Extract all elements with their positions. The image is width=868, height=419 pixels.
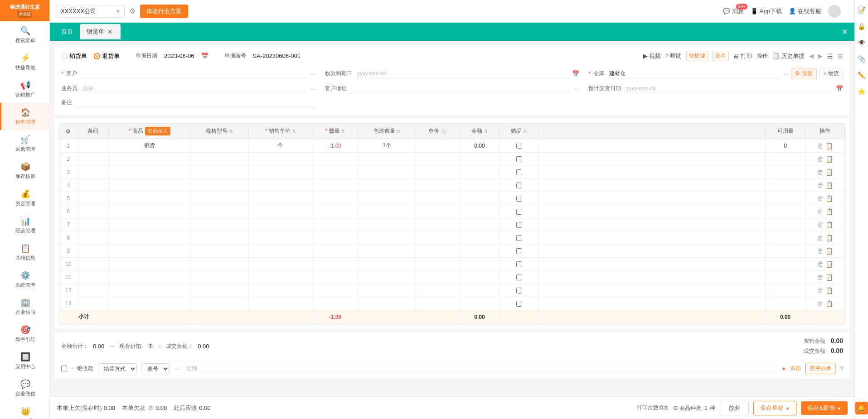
sidebar-item-basic[interactable]: 📋 基础信息 xyxy=(0,239,49,266)
remarks-input[interactable] xyxy=(75,98,316,107)
sidebar-item-purchase[interactable]: 🛒 采购管理 xyxy=(0,130,49,157)
fee-info-icon[interactable]: ? xyxy=(840,365,843,372)
save-new-button[interactable]: 保存&新增 ▲ xyxy=(801,401,848,415)
right-panel-pencil-icon[interactable]: ✏️ xyxy=(856,70,867,81)
gift-checkbox[interactable] xyxy=(516,288,522,294)
copy-row-button[interactable]: 📋 xyxy=(825,221,833,228)
warehouse-input[interactable] xyxy=(607,69,781,78)
fee-split-button[interactable]: 费用分摊 xyxy=(805,363,835,374)
gift-checkbox[interactable] xyxy=(516,275,522,280)
right-panel-view-icon[interactable]: 👁️ xyxy=(856,37,867,48)
gift-checkbox[interactable] xyxy=(516,235,522,241)
copy-row-button[interactable]: 📋 xyxy=(825,182,833,189)
online-service-button[interactable]: 👤 在线客服 xyxy=(789,7,821,15)
gift-checkbox[interactable] xyxy=(516,183,522,188)
delete-row-button[interactable]: 🗑 xyxy=(817,300,824,307)
delete-row-button[interactable]: 🗑 xyxy=(817,247,824,255)
shortcut-btn[interactable]: 快捷键 xyxy=(686,51,708,61)
tab-sales-order[interactable]: 销货单 ✕ xyxy=(80,24,121,39)
calendar-icon[interactable]: 📅 xyxy=(201,53,209,59)
copy-row-button[interactable]: 📋 xyxy=(825,234,833,241)
gift-checkbox[interactable] xyxy=(516,222,522,228)
copy-row-button[interactable]: 📋 xyxy=(825,155,833,163)
delete-row-button[interactable]: 🗑 xyxy=(817,287,824,294)
sidebar-item-quick-nav[interactable]: ⚡ 快捷导航 xyxy=(0,48,49,76)
sidebar-item-enterprise[interactable]: 🏢 企业协同 xyxy=(0,293,49,320)
copy-row-button[interactable]: 📋 xyxy=(825,287,833,294)
avatar[interactable] xyxy=(828,5,841,18)
address-more-btn[interactable]: ··· xyxy=(574,85,580,92)
view-mode-grid-icon[interactable]: ⊞ xyxy=(838,53,843,60)
sidebar-item-sales[interactable]: 🏠 销售管理 xyxy=(0,103,49,130)
sidebar-item-operations[interactable]: 📊 经营管理 xyxy=(0,212,49,239)
cash-discount-info-icon[interactable]: ? xyxy=(147,343,154,349)
calc-method-select[interactable]: 结算方式 xyxy=(98,363,137,374)
copy-row-button[interactable]: 📋 xyxy=(825,195,833,202)
gift-checkbox[interactable] xyxy=(516,143,522,149)
one-click-checkbox[interactable] xyxy=(61,366,67,371)
radio-return-order[interactable]: 退货单 xyxy=(94,52,120,60)
copy-row-button[interactable]: 📋 xyxy=(825,300,833,307)
tab-home[interactable]: 首页 xyxy=(54,24,80,39)
tab-close-button[interactable]: ✕ xyxy=(107,28,114,35)
scan-button[interactable]: 扫码录入 xyxy=(145,127,170,135)
account-more-btn[interactable]: ··· xyxy=(174,365,179,372)
close-tab-area-button[interactable]: ✕ xyxy=(839,28,850,36)
sidebar-item-wechat[interactable]: 💬 企业微信 xyxy=(0,375,49,402)
salesperson-more-btn[interactable]: ··· xyxy=(310,85,316,92)
gift-checkbox[interactable] xyxy=(516,301,522,307)
customer-input[interactable] xyxy=(80,69,308,78)
gift-checkbox[interactable] xyxy=(516,248,522,254)
app-download-button[interactable]: 📱 App下载 xyxy=(751,7,782,15)
sidebar-item-system[interactable]: ⚙️ 系统管理 xyxy=(0,266,49,293)
short-info-icon[interactable]: ? xyxy=(147,405,154,411)
sidebar-item-member[interactable]: 👑 畅会员 xyxy=(0,402,49,419)
company-selector[interactable]: XXXXXX公司 ▼ xyxy=(57,5,125,18)
sidebar-item-marketing[interactable]: 📢 营销推广 xyxy=(0,76,49,103)
experience-button[interactable]: 体验行业方案 xyxy=(140,5,188,18)
delete-row-button[interactable]: 🗑 xyxy=(817,195,824,202)
delete-row-button[interactable]: 🗑 xyxy=(817,155,824,163)
gift-checkbox[interactable] xyxy=(516,196,522,202)
right-panel-lock-icon[interactable]: 🔒 xyxy=(856,21,867,32)
salesperson-input[interactable] xyxy=(80,84,308,93)
account-select[interactable]: 账号 xyxy=(141,363,170,374)
gift-checkbox[interactable] xyxy=(516,209,522,215)
sidebar-item-search[interactable]: 🔍 搜索菜单 xyxy=(0,21,49,48)
sidebar-item-apps[interactable]: 🔲 应用中心 xyxy=(0,347,49,375)
delete-row-button[interactable]: 🗑 xyxy=(817,182,824,189)
settings-button[interactable]: ⚙ 设置 xyxy=(791,68,816,79)
video-btn[interactable]: ▶视频 xyxy=(643,52,661,60)
delete-row-button[interactable]: 🗑 xyxy=(817,221,824,228)
select-btn[interactable]: 选单 xyxy=(713,51,729,61)
sidebar-item-finance[interactable]: 💰 资金管理 xyxy=(0,184,49,212)
gift-checkbox[interactable] xyxy=(516,261,522,267)
copy-row-button[interactable]: 📋 xyxy=(825,247,833,255)
delete-row-button[interactable]: 🗑 xyxy=(817,169,824,176)
sidebar-item-guide[interactable]: 🎯 新手引导 xyxy=(0,320,49,347)
abandon-button[interactable]: 放弃 xyxy=(720,401,749,415)
logistics-button[interactable]: + 物流 xyxy=(820,68,843,79)
warehouse-more-btn[interactable]: ··· xyxy=(783,70,789,77)
save-draft-button[interactable]: 保存草稿 ▲ xyxy=(753,401,797,415)
customer-more-btn[interactable]: ··· xyxy=(310,70,316,77)
delete-row-button[interactable]: 🗑 xyxy=(817,274,824,281)
copy-row-button[interactable]: 📋 xyxy=(825,274,833,281)
help-btn[interactable]: ?帮助 xyxy=(665,52,682,60)
right-panel-edit-icon[interactable]: 📝 xyxy=(856,5,867,15)
right-panel-attach-icon[interactable]: 📎 xyxy=(856,53,867,64)
expected-date-input[interactable] xyxy=(624,84,833,93)
copy-row-button[interactable]: 📋 xyxy=(825,142,833,149)
delete-row-button[interactable]: 🗑 xyxy=(817,208,824,215)
right-panel-star-icon[interactable]: ⭐ xyxy=(856,86,867,97)
nav-prev-icon[interactable]: ◀ xyxy=(809,53,814,59)
customer-address-input[interactable] xyxy=(349,84,572,93)
delete-row-button[interactable]: 🗑 xyxy=(817,234,824,241)
due-date-input[interactable] xyxy=(355,69,570,78)
history-btn[interactable]: 📋历史单据 xyxy=(772,52,805,60)
operate-btn[interactable]: 操作 xyxy=(757,52,768,60)
sidebar-item-inventory[interactable]: 📦 库存核算 xyxy=(0,157,49,184)
amount-input[interactable] xyxy=(184,364,777,373)
price-info-icon[interactable]: i xyxy=(441,128,447,135)
delete-row-button[interactable]: 🗑 xyxy=(817,142,824,149)
